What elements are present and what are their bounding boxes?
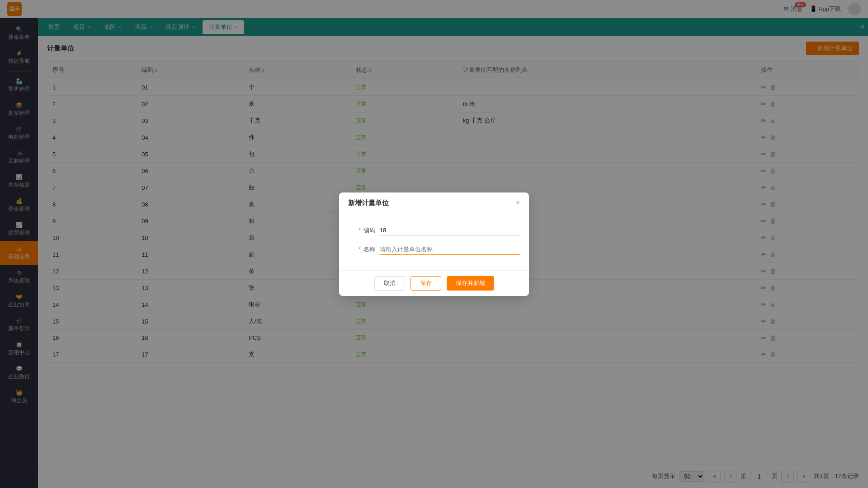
- form-row-name: * 名称: [348, 244, 520, 255]
- required-star-name: *: [359, 246, 361, 253]
- modal-overlay: 新增计量单位 × * 编码 * 名称 取消 保存 保存并新增: [0, 0, 868, 488]
- code-label: * 编码: [348, 226, 375, 235]
- cancel-button[interactable]: 取消: [374, 276, 405, 291]
- required-star-code: *: [359, 227, 361, 234]
- modal-footer: 取消 保存 保存并新增: [339, 270, 529, 296]
- modal-title: 新增计量单位: [348, 199, 389, 207]
- name-label-text: 名称: [363, 246, 375, 253]
- code-label-text: 编码: [363, 227, 375, 234]
- save-new-button[interactable]: 保存并新增: [447, 276, 494, 291]
- add-unit-modal: 新增计量单位 × * 编码 * 名称 取消 保存 保存并新增: [339, 192, 529, 296]
- code-input[interactable]: [380, 225, 520, 236]
- modal-body: * 编码 * 名称: [339, 214, 529, 270]
- form-row-code: * 编码: [348, 225, 520, 236]
- name-label: * 名称: [348, 245, 375, 253]
- modal-header: 新增计量单位 ×: [339, 192, 529, 214]
- modal-close-btn[interactable]: ×: [516, 199, 520, 207]
- name-input[interactable]: [380, 244, 520, 255]
- save-button[interactable]: 保存: [410, 276, 441, 291]
